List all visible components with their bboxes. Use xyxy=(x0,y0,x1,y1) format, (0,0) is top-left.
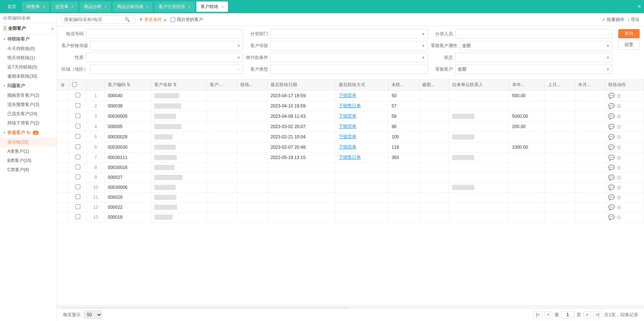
customer-type-select[interactable] xyxy=(270,64,427,74)
search-input[interactable] xyxy=(64,17,123,22)
message-icon[interactable]: 💬 xyxy=(608,204,615,210)
uncontacted-column-header[interactable]: 未联... xyxy=(388,80,419,91)
close-tab-customer-contact[interactable]: × xyxy=(221,5,224,9)
first-page-btn[interactable]: |< xyxy=(534,311,542,318)
method-link[interactable]: 下销货单 xyxy=(339,124,356,129)
sidebar-item-abnormal[interactable]: 囤购异常客户(2) xyxy=(0,91,57,100)
sidebar-item-7days[interactable]: 近7天待联络(0) xyxy=(0,63,57,72)
message-icon[interactable]: 💬 xyxy=(608,103,615,109)
close-tab-purchase[interactable]: × xyxy=(71,5,74,9)
close-tab-sales[interactable]: × xyxy=(43,5,45,9)
nav-tab-purchase[interactable]: 进货单 × xyxy=(51,1,78,12)
sidebar-search-input[interactable] xyxy=(3,15,57,21)
last-page-btn[interactable]: >| xyxy=(593,311,602,318)
customer-level-select[interactable]: ▼ xyxy=(270,41,427,50)
row-checkbox[interactable] xyxy=(75,214,80,219)
sidebar-item-unclassified[interactable]: 未分组(32) xyxy=(0,138,57,147)
home-tab[interactable]: 首页 xyxy=(3,1,21,12)
sidebar-item-churned[interactable]: 已流失客户(24) xyxy=(0,109,57,119)
close-tab-analysis[interactable]: × xyxy=(105,5,107,9)
row-checkbox[interactable] xyxy=(75,93,80,98)
sidebar-item-overdue[interactable]: 逾期未联络(30) xyxy=(0,72,57,81)
sidebar-item-declining[interactable]: 持续下滑客户(2) xyxy=(0,119,57,128)
query-button[interactable]: 查询 xyxy=(618,29,640,38)
more-conditions-btn[interactable]: ▼ 更多条件 ▲ xyxy=(139,17,167,23)
nav-tab-analysis[interactable]: 商品分析 × xyxy=(80,1,111,12)
row-checkbox[interactable] xyxy=(75,184,80,189)
grid-icon[interactable]: ⊞ xyxy=(617,174,621,180)
grid-icon[interactable]: ⊞ xyxy=(617,113,621,119)
sidebar-group-value[interactable]: ▼ 价值客户 ↻ ● xyxy=(0,128,57,138)
batch-operations-btn[interactable]: ✓ 批量操作 xyxy=(602,17,624,23)
grid-icon[interactable]: ⊞ xyxy=(617,204,621,210)
row-checkbox[interactable] xyxy=(75,194,80,199)
phone-input[interactable] xyxy=(86,29,243,39)
settings-column-header[interactable]: ⚙ xyxy=(57,80,69,91)
message-icon[interactable]: 💬 xyxy=(608,165,615,170)
customer-type-column-header[interactable]: 客户... xyxy=(207,80,237,91)
sidebar-item-class-b[interactable]: B类客户(33) xyxy=(0,156,57,165)
message-icon[interactable]: 💬 xyxy=(608,134,615,140)
next-page-btn[interactable]: > xyxy=(583,311,591,318)
row-checkbox[interactable] xyxy=(75,144,80,149)
this-month-column-header[interactable]: 本月... xyxy=(575,80,605,91)
nav-tab-customer-contact[interactable]: 客户联络 × xyxy=(196,1,228,12)
method-link[interactable]: 下销货单 xyxy=(339,144,356,149)
per-page-select[interactable]: 50 20 100 xyxy=(84,311,102,319)
last-month-column-header[interactable]: 上月... xyxy=(545,80,575,91)
sidebar-group-problem[interactable]: ▼ 问题客户 xyxy=(0,81,57,91)
dept-select[interactable]: ▼ xyxy=(270,29,427,39)
all-customers-item[interactable]: ⠿ 全部客户 « xyxy=(0,23,57,34)
close-tab-analysis-list[interactable]: × xyxy=(147,5,149,9)
row-checkbox[interactable] xyxy=(75,204,80,209)
sidebar-group-pending[interactable]: ▼ 待联络客户 xyxy=(0,34,57,44)
message-icon[interactable]: 💬 xyxy=(608,93,615,99)
method-link[interactable]: 下销货单 xyxy=(339,134,356,139)
nature-select[interactable]: ▼ xyxy=(86,53,243,62)
page-number-input[interactable] xyxy=(561,311,574,318)
sidebar-item-class-c[interactable]: C类客户(6) xyxy=(0,165,57,174)
grid-icon[interactable]: ⊞ xyxy=(617,184,621,190)
select-all-checkbox[interactable] xyxy=(72,82,77,87)
message-icon[interactable]: 💬 xyxy=(608,113,615,119)
row-checkbox[interactable] xyxy=(75,124,80,128)
sidebar-collapse-btn[interactable]: « xyxy=(51,26,54,31)
sidebar-item-tomorrow[interactable]: 明天待联络(1) xyxy=(0,53,57,63)
reset-button[interactable]: 设置 xyxy=(618,40,640,50)
grid-icon[interactable]: ⊞ xyxy=(617,134,621,140)
contact-person-column-header[interactable]: 往来单位联系人 xyxy=(449,80,509,91)
payment-select[interactable]: ▼ xyxy=(270,53,427,62)
message-icon[interactable]: 💬 xyxy=(608,144,615,150)
method-link[interactable]: 下销售订单 xyxy=(339,103,361,108)
message-icon[interactable]: 💬 xyxy=(608,174,615,180)
refresh-icon[interactable]: ↻ xyxy=(27,130,31,135)
message-icon[interactable]: 💬 xyxy=(608,124,615,130)
grid-icon[interactable]: ⊞ xyxy=(617,194,621,200)
row-checkbox[interactable] xyxy=(75,103,80,108)
method-link[interactable]: 下销货单 xyxy=(339,113,356,119)
sidebar-item-class-a[interactable]: A类客户(1) xyxy=(0,147,57,156)
last-date-column-header[interactable]: 最后联络日期 xyxy=(267,80,335,91)
manager-select[interactable]: ··· xyxy=(455,29,612,39)
export-btn[interactable]: ↓ 导出 xyxy=(627,17,640,23)
customer-name-column-header[interactable]: 客户名称 ⇅ xyxy=(151,80,207,91)
row-checkbox[interactable] xyxy=(75,174,80,179)
message-icon[interactable]: 💬 xyxy=(608,184,615,190)
row-checkbox[interactable] xyxy=(75,165,80,169)
nav-tab-sales[interactable]: 销售单 × xyxy=(22,1,49,12)
row-checkbox[interactable] xyxy=(75,155,80,159)
status-select[interactable]: ▼ xyxy=(455,53,612,62)
message-icon[interactable]: 💬 xyxy=(608,194,615,200)
close-all-tabs[interactable]: × xyxy=(638,3,641,10)
method-link[interactable]: 下销货单 xyxy=(339,93,356,98)
my-customers-check[interactable] xyxy=(170,17,175,22)
region-select[interactable]: ··· xyxy=(90,64,243,74)
row-checkbox[interactable] xyxy=(75,134,80,139)
close-tab-customer-management[interactable]: × xyxy=(188,5,190,9)
method-link[interactable]: 下销售订单 xyxy=(339,155,361,160)
grid-icon[interactable]: ⊞ xyxy=(617,93,621,99)
last-method-column-header[interactable]: 最后联络方式 xyxy=(336,80,388,91)
grid-icon[interactable]: ⊞ xyxy=(617,165,621,170)
search-icon[interactable]: 🔍 xyxy=(124,17,130,22)
prev-page-btn[interactable]: < xyxy=(545,311,552,318)
